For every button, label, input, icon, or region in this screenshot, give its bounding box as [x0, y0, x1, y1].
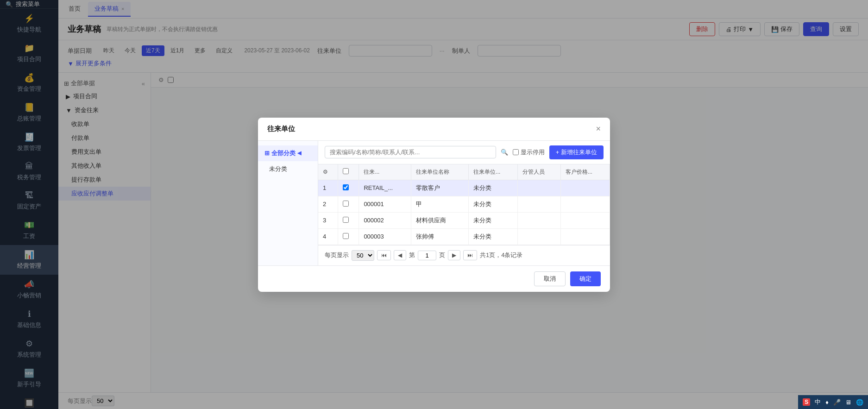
- row-category: 未分类: [469, 228, 518, 245]
- dialog-header: 往来单位 ×: [258, 118, 610, 141]
- row-num: 1: [318, 180, 338, 196]
- sys-bar-mic: 🎤: [833, 399, 841, 406]
- col-check[interactable]: [338, 164, 359, 180]
- s-logo: S: [803, 398, 810, 406]
- row-category: 未分类: [469, 212, 518, 228]
- col-category: 往来单位...: [469, 164, 518, 180]
- row-check[interactable]: [338, 212, 359, 228]
- sys-bar-network: 🌐: [856, 399, 863, 406]
- row-code: 000003: [359, 228, 411, 245]
- table-row[interactable]: 4 000003 张帅傅 未分类: [318, 228, 610, 245]
- next-page-btn[interactable]: ▶: [448, 250, 460, 260]
- dialog-table-wrap: ⚙ 往来... 往来单位名称 往来单位... 分管人员 客户价格...: [318, 164, 610, 245]
- last-page-btn[interactable]: ⏭: [463, 250, 477, 260]
- search-mag-icon: 🔍: [501, 149, 508, 156]
- page-input[interactable]: [418, 251, 436, 260]
- row-name: 甲: [411, 196, 469, 212]
- sys-bar-zh: 中: [815, 398, 821, 406]
- dialog-body: ⊞ 全部分类 ◀ 未分类 🔍 显示停用 + 新增: [258, 141, 610, 265]
- row-manager: [518, 212, 561, 228]
- col-settings[interactable]: ⚙: [318, 164, 338, 180]
- per-page-select[interactable]: 50: [352, 250, 374, 261]
- dialog-main: 🔍 显示停用 + 新增往来单位 ⚙ 往来...: [318, 141, 610, 265]
- table-row[interactable]: 3 000002 材料供应商 未分类: [318, 212, 610, 228]
- row-price: [560, 180, 610, 196]
- dialog-sidebar-unclassified[interactable]: 未分类: [258, 161, 318, 177]
- col-code: 往来...: [359, 164, 411, 180]
- total-label: 共1页，4条记录: [480, 251, 522, 259]
- per-page-label: 每页显示: [325, 251, 349, 259]
- row-code: 000002: [359, 212, 411, 228]
- table-row[interactable]: 2 000001 甲 未分类: [318, 196, 610, 212]
- confirm-button[interactable]: 确定: [570, 271, 601, 286]
- row-check[interactable]: [338, 180, 359, 196]
- sys-bar-monitor: 🖥: [845, 399, 851, 406]
- col-name: 往来单位名称: [411, 164, 469, 180]
- row-check[interactable]: [338, 196, 359, 212]
- row-num: 2: [318, 196, 338, 212]
- counterparty-dialog: 往来单位 × ⊞ 全部分类 ◀ 未分类 🔍: [258, 118, 610, 292]
- dialog-search-bar: 🔍 显示停用 + 新增往来单位: [318, 141, 610, 164]
- dialog-sidebar-all-category[interactable]: ⊞ 全部分类 ◀: [258, 145, 318, 161]
- dialog-title: 往来单位: [267, 125, 295, 133]
- dialog-footer: 取消 确定: [258, 265, 610, 292]
- row-price: [560, 196, 610, 212]
- row-manager: [518, 228, 561, 245]
- row-num: 3: [318, 212, 338, 228]
- grid-small-icon: ⊞: [264, 150, 270, 157]
- dialog-overlay: 往来单位 × ⊞ 全部分类 ◀ 未分类 🔍: [0, 0, 868, 409]
- col-price: 客户价格...: [560, 164, 610, 180]
- first-page-btn[interactable]: ⏮: [377, 250, 391, 260]
- row-code: RETAIL_...: [359, 180, 411, 196]
- page-label: 第: [409, 251, 415, 259]
- dialog-pagination: 每页显示 50 ⏮ ◀ 第 页 ▶ ⏭ 共1页，4条记录: [318, 245, 610, 265]
- col-manager: 分管人员: [518, 164, 561, 180]
- dialog-table: ⚙ 往来... 往来单位名称 往来单位... 分管人员 客户价格...: [318, 164, 610, 245]
- row-price: [560, 228, 610, 245]
- row-code: 000001: [359, 196, 411, 212]
- prev-page-btn[interactable]: ◀: [394, 250, 406, 260]
- show-disabled-checkbox[interactable]: [513, 149, 519, 155]
- row-manager: [518, 180, 561, 196]
- dialog-sidebar: ⊞ 全部分类 ◀ 未分类: [258, 141, 318, 265]
- cancel-button[interactable]: 取消: [534, 271, 566, 286]
- dialog-search-input[interactable]: [325, 146, 496, 158]
- add-new-btn[interactable]: + 新增往来单位: [549, 145, 604, 159]
- page-unit: 页: [439, 251, 445, 259]
- show-disabled-label[interactable]: 显示停用: [513, 148, 545, 157]
- dialog-close-button[interactable]: ×: [596, 124, 601, 134]
- system-bar: S 中 ♦ 🎤 🖥 🌐: [798, 395, 868, 409]
- row-name: 零散客户: [411, 180, 469, 196]
- table-select-all[interactable]: [343, 168, 349, 174]
- row-price: [560, 212, 610, 228]
- row-manager: [518, 196, 561, 212]
- row-num: 4: [318, 228, 338, 245]
- row-name: 材料供应商: [411, 212, 469, 228]
- sys-bar-diamond: ♦: [825, 399, 829, 406]
- collapse-icon[interactable]: ◀: [297, 150, 301, 156]
- row-name: 张帅傅: [411, 228, 469, 245]
- row-check[interactable]: [338, 228, 359, 245]
- row-category: 未分类: [469, 196, 518, 212]
- row-category: 未分类: [469, 180, 518, 196]
- table-row[interactable]: 1 RETAIL_... 零散客户 未分类: [318, 180, 610, 196]
